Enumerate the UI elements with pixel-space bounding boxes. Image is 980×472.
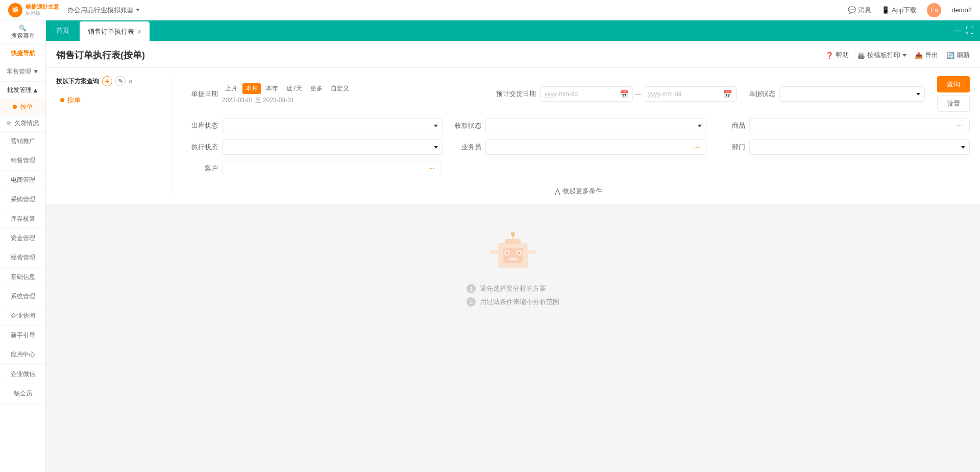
export-icon: 📤 [915, 52, 923, 59]
date-tab-last-month[interactable]: 上月 [222, 83, 240, 94]
maximize-icon[interactable]: ⛶ [966, 26, 974, 35]
tab-active[interactable]: 销售订单执行表 × [80, 21, 150, 42]
sidebar-item-purchase[interactable]: 采购管理 [0, 190, 45, 209]
salesman-input[interactable]: ··· [485, 139, 706, 155]
collapse-icon: ⋀ [555, 187, 560, 195]
chevron-down-icon [434, 125, 438, 127]
sidebar-item-retail[interactable]: 零售管理 ▼ [0, 62, 45, 82]
customer-input[interactable]: ··· [222, 161, 442, 176]
sidebar-item-appcenter[interactable]: 应用中心 [0, 345, 45, 365]
sidebar-item-basic[interactable]: 基础信息 [0, 268, 45, 287]
filter-fields: 单据日期 上月 本月 本年 近7天 更多 自定义 [187, 76, 970, 196]
date-tab-this-year[interactable]: 本年 [263, 83, 281, 94]
sidebar: 🔍 搜索菜单 快捷导航 零售管理 ▼ 批发管理 ▲ 按单 欠货情况 营销推广 销… [0, 20, 46, 472]
filter-item-goods: 商品 ··· [715, 118, 970, 133]
chevron-down-icon [698, 125, 702, 127]
top-bar: 畅 畅捷通好生意 标准版 办公用品行业模拟账套 💬 消息 📱 App下载 Ea … [0, 0, 980, 20]
sidebar-item-enterprise[interactable]: 企业协同 [0, 306, 45, 326]
logo-icon: 畅 [8, 3, 22, 17]
empty-illustration [487, 225, 538, 276]
date-tab-more[interactable]: 更多 [307, 83, 326, 94]
sidebar-item-quicknav[interactable]: 快捷导航 [0, 45, 45, 62]
print-button[interactable]: 🖨️ 按模板打印 [857, 51, 906, 60]
payment-status-label: 收款状态 [451, 121, 481, 130]
close-icon[interactable]: × [137, 28, 141, 36]
settings-button[interactable]: 设置 [937, 96, 970, 112]
collapse-scheme-button[interactable]: « [129, 77, 133, 85]
sidebar-item-newguide[interactable]: 新手引导 [0, 326, 45, 345]
sidebar-item-member[interactable]: 畅会员 [0, 384, 45, 404]
chevron-down-icon [136, 9, 140, 11]
chevron-up-icon: ▲ [33, 87, 39, 94]
svg-rect-1 [503, 248, 523, 263]
filter-item-salesman: 业务员 ··· [451, 139, 706, 155]
print-arrow-icon [902, 54, 906, 57]
doc-status-select[interactable] [779, 86, 925, 102]
sidebar-item-marketing[interactable]: 营销推广 [0, 132, 45, 151]
empty-state: 1 请先选择要分析的方案 2 用过滤条件来缩小分析范围 [467, 225, 559, 306]
edit-scheme-button[interactable]: ✎ [115, 76, 126, 86]
date-tab-custom[interactable]: 自定义 [328, 83, 352, 94]
expected-date-to[interactable]: yyyy-mm-dd 📅 [644, 86, 737, 102]
svg-point-9 [511, 232, 515, 236]
dept-label: 部门 [715, 143, 745, 152]
sidebar-sub-item-按单[interactable]: 按单 [0, 99, 45, 115]
username-label[interactable]: demo2 [951, 6, 972, 14]
collapse-more-button[interactable]: ⋀ 收起更多条件 [187, 182, 970, 196]
sidebar-item-ecommerce[interactable]: 电商管理 [0, 171, 45, 190]
calendar-icon2: 📅 [723, 90, 732, 98]
app-download-button[interactable]: 📱 App下载 [881, 6, 917, 15]
ellipsis-icon3: ··· [426, 164, 437, 173]
svg-point-5 [518, 252, 521, 254]
filter-item-payment-status: 收款状态 [451, 118, 706, 133]
exec-status-select[interactable] [222, 139, 443, 155]
sidebar-sub-item-欠货情况[interactable]: 欠货情况 [0, 115, 45, 132]
ellipsis-icon: ··· [954, 121, 965, 130]
empty-tip-2: 2 用过滤条件来缩小分析范围 [467, 297, 559, 306]
add-scheme-button[interactable]: + [102, 76, 112, 86]
goods-input[interactable]: ··· [749, 118, 970, 133]
sidebar-item-finance[interactable]: 资金管理 [0, 229, 45, 248]
expected-date-from[interactable]: yyyy-mm-dd 📅 [540, 86, 633, 102]
sidebar-item-corpwechat[interactable]: 企业微信 [0, 365, 45, 384]
scheme-label: 按以下方案查询 [56, 77, 99, 86]
scheme-dot-icon [60, 98, 64, 102]
sidebar-item-sales[interactable]: 销售管理 [0, 151, 45, 171]
sidebar-item-system[interactable]: 系统管理 [0, 287, 45, 306]
download-icon: 📱 [881, 6, 890, 14]
svg-rect-11 [528, 250, 536, 254]
chevron-down-icon: ▼ [33, 68, 39, 75]
minimize-icon[interactable]: — [953, 26, 962, 35]
empty-tip-1: 1 请先选择要分析的方案 [467, 284, 559, 293]
filter-item-doc-date: 单据日期 上月 本月 本年 近7天 更多 自定义 [187, 83, 488, 105]
tab-bar: 首页 销售订单执行表 × — ⛶ [46, 20, 980, 41]
salesman-label: 业务员 [451, 143, 481, 152]
sidebar-item-search[interactable]: 🔍 搜索菜单 [0, 20, 45, 45]
messages-button[interactable]: 💬 消息 [848, 6, 871, 15]
calendar-icon: 📅 [620, 90, 628, 98]
filter-item-exec-status: 执行状态 [187, 139, 443, 155]
sidebar-item-operations[interactable]: 经营管理 [0, 248, 45, 268]
export-button[interactable]: 📤 导出 [915, 51, 938, 60]
company-selector[interactable]: 办公用品行业模拟账套 [63, 4, 144, 17]
sidebar-item-inventory[interactable]: 库存核算 [0, 209, 45, 229]
chevron-down-icon [434, 146, 438, 149]
query-button[interactable]: 查询 [937, 76, 970, 92]
delivery-status-select[interactable] [222, 118, 443, 133]
delivery-status-label: 出库状态 [187, 121, 218, 130]
scheme-item-按单[interactable]: 按单 [56, 92, 158, 108]
payment-status-select[interactable] [485, 118, 706, 133]
help-button[interactable]: ❓ 帮助 [825, 51, 849, 60]
date-tab-this-month[interactable]: 本月 [242, 83, 261, 94]
sidebar-item-wholesale-header[interactable]: 批发管理 ▲ [0, 82, 45, 99]
refresh-button[interactable]: 🔄 刷新 [946, 51, 970, 60]
tip-num-1: 1 [467, 284, 476, 293]
user-avatar: Ea [927, 3, 941, 17]
tab-home[interactable]: 首页 [46, 20, 80, 41]
filter-item-dept: 部门 [715, 139, 970, 155]
message-icon: 💬 [848, 6, 856, 14]
help-icon: ❓ [825, 52, 834, 59]
filter-scheme-panel: 按以下方案查询 + ✎ « 按单 [56, 76, 158, 108]
date-tab-last7[interactable]: 近7天 [283, 83, 305, 94]
dept-select[interactable] [749, 139, 970, 155]
